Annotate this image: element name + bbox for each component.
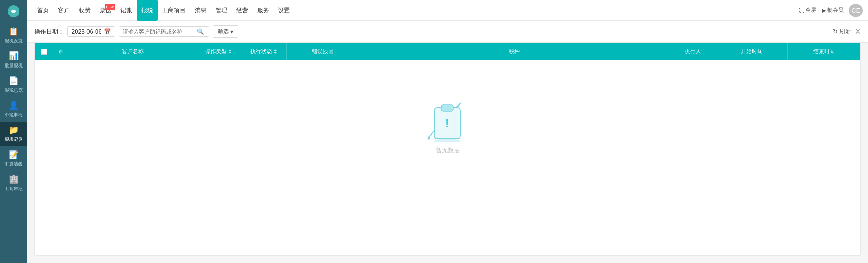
sidebar-label-baoshuizonglan: 报税总览	[5, 87, 23, 93]
refresh-icon: ↻	[833, 28, 838, 35]
topnav-label-xiaoxi: 消息	[195, 6, 206, 15]
sidebar-item-geshuishenbao[interactable]: 👤 个税申报	[0, 97, 27, 121]
gear-icon: ⚙	[58, 49, 63, 55]
sidebar-icon-baoshuizonglan: 📄	[9, 76, 19, 86]
sidebar-label-huisuanqinghe: 汇算清缴	[5, 161, 23, 167]
topnav-label-shouye: 首页	[37, 6, 49, 15]
filter-button[interactable]: 筛选 ▾	[213, 25, 238, 38]
th-client-name: 客户名称	[69, 43, 196, 60]
refresh-label: 刷新	[839, 28, 851, 36]
main-area: 首页客户收费票据new记账报税工商项目消息管理经营服务设置 ⛶ 全屏 ▶ 畅会员…	[27, 0, 868, 263]
th-exec-status[interactable]: 执行状态	[241, 43, 287, 60]
sidebar-item-baoshuishezhi[interactable]: 📋 报税设置	[0, 23, 27, 47]
sidebar-item-baoshuizonglan[interactable]: 📄 报税总览	[0, 72, 27, 97]
empty-state: ! 暂无数据	[35, 60, 860, 187]
table-header: ⚙ 客户名称 操作类型 执行状态	[35, 43, 860, 60]
topnav-right: ⛶ 全屏 ▶ 畅会员 CE	[799, 4, 863, 17]
topnav-item-guanli[interactable]: 管理	[211, 0, 232, 21]
badge-new-piaoju: new	[105, 4, 115, 10]
topnav: 首页客户收费票据new记账报税工商项目消息管理经营服务设置 ⛶ 全屏 ▶ 畅会员…	[27, 0, 868, 21]
th-tax-type: 税种	[359, 43, 670, 60]
empty-illustration: !	[425, 92, 470, 142]
topnav-label-fuwu: 服务	[257, 6, 269, 15]
sidebar-label-gongshangnianban: 工商年报	[5, 186, 23, 192]
sidebar: 📋 报税设置 📊 批量报税 📄 报税总览 👤 个税申报 📁 报税记录 📝 汇算清…	[0, 0, 27, 263]
sidebar-icon-baoshuishezhi: 📋	[9, 26, 19, 37]
topnav-item-kehu[interactable]: 客户	[53, 0, 74, 21]
topnav-item-shezhi[interactable]: 设置	[273, 0, 294, 21]
fullscreen-button[interactable]: ⛶ 全屏	[799, 6, 816, 14]
sidebar-label-piliangshuishi: 批量报税	[5, 63, 23, 68]
sidebar-item-baoshuijilu[interactable]: 📁 报税记录	[0, 122, 27, 146]
topnav-label-jizhang: 记账	[120, 6, 132, 15]
topnav-label-baoshui: 报税	[141, 6, 153, 15]
search-input[interactable]	[123, 29, 195, 35]
sidebar-item-huisuanqinghe[interactable]: 📝 汇算清缴	[0, 146, 27, 170]
svg-point-7	[427, 137, 430, 140]
topnav-label-jingying: 经营	[236, 6, 248, 15]
topnav-item-piaoju[interactable]: 票据new	[95, 0, 116, 21]
topnav-item-xiaoxi[interactable]: 消息	[190, 0, 211, 21]
sidebar-logo[interactable]	[0, 0, 27, 23]
topnav-item-shouye[interactable]: 首页	[33, 0, 53, 21]
table-container: ⚙ 客户名称 操作类型 执行状态	[34, 43, 861, 256]
topnav-item-jingying[interactable]: 经营	[232, 0, 253, 21]
sidebar-icon-baoshuijilu: 📁	[9, 125, 19, 136]
calendar-icon: 📅	[104, 28, 111, 35]
sidebar-item-gongshangnianban[interactable]: 🏢 工商年报	[0, 170, 27, 195]
fullscreen-icon: ⛶	[799, 7, 804, 14]
date-input[interactable]: 2023-06-06 📅	[67, 26, 115, 37]
th-gear[interactable]: ⚙	[53, 43, 69, 60]
sidebar-icon-piliangshuishi: 📊	[9, 51, 19, 61]
toolbar: 操作日期： 2023-06-06 📅 🔍 筛选 ▾ ↻ 刷新 ✕	[27, 21, 868, 43]
th-error-reason: 错误股因	[287, 43, 359, 60]
th-checkbox[interactable]	[35, 43, 53, 60]
avatar[interactable]: CE	[849, 4, 863, 17]
toolbar-right: ↻ 刷新 ✕	[833, 27, 861, 36]
sidebar-icon-gongshangnianban: 🏢	[9, 174, 19, 185]
close-button[interactable]: ✕	[855, 27, 861, 36]
sidebar-label-geshuishenbao: 个税申报	[5, 112, 23, 118]
date-label: 操作日期：	[34, 28, 64, 36]
topnav-item-gongshangxiangmu[interactable]: 工商项目	[158, 0, 190, 21]
topnav-item-shoufei[interactable]: 收费	[74, 0, 95, 21]
content: 操作日期： 2023-06-06 📅 🔍 筛选 ▾ ↻ 刷新 ✕	[27, 21, 868, 263]
th-op-type[interactable]: 操作类型	[196, 43, 241, 60]
topnav-item-fuwu[interactable]: 服务	[253, 0, 273, 21]
sidebar-label-baoshuishezhi: 报税设置	[5, 38, 23, 44]
sidebar-icon-geshuishenbao: 👤	[9, 100, 19, 111]
refresh-button[interactable]: ↻ 刷新	[833, 28, 851, 36]
th-end-time: 结束时间	[788, 43, 860, 60]
svg-point-8	[434, 139, 461, 142]
topnav-item-jizhang[interactable]: 记账	[116, 0, 137, 21]
topnav-label-gongshangxiangmu: 工商项目	[162, 6, 186, 15]
filter-label: 筛选	[218, 28, 229, 35]
sort-icon-op-type	[228, 49, 232, 54]
svg-text:!: !	[445, 116, 449, 130]
member-button[interactable]: ▶ 畅会员	[822, 6, 844, 14]
sidebar-item-piliangshuishi[interactable]: 📊 批量报税	[0, 47, 27, 72]
date-value: 2023-06-06	[72, 28, 102, 35]
sort-icon-exec-status	[273, 49, 277, 54]
empty-text: 暂无数据	[436, 146, 460, 155]
topnav-item-baoshui[interactable]: 报税	[137, 0, 158, 21]
topnav-label-guanli: 管理	[216, 6, 227, 15]
search-box[interactable]: 🔍	[119, 26, 209, 37]
search-icon: 🔍	[197, 28, 204, 35]
chevron-down-icon: ▾	[230, 29, 233, 35]
th-start-time: 开始时间	[715, 43, 788, 60]
sidebar-label-baoshuijilu: 报税记录	[5, 136, 23, 142]
topnav-label-kehu: 客户	[58, 6, 70, 15]
svg-rect-4	[441, 105, 453, 111]
topnav-label-shoufei: 收费	[79, 6, 91, 15]
member-icon: ▶	[822, 7, 826, 14]
th-executor: 执行人	[670, 43, 715, 60]
svg-line-6	[429, 131, 434, 137]
topnav-label-shezhi: 设置	[278, 6, 290, 15]
member-label: 畅会员	[827, 6, 844, 14]
sidebar-icon-huisuanqinghe: 📝	[9, 150, 19, 160]
select-all-checkbox[interactable]	[41, 49, 47, 55]
fullscreen-label: 全屏	[806, 6, 816, 14]
